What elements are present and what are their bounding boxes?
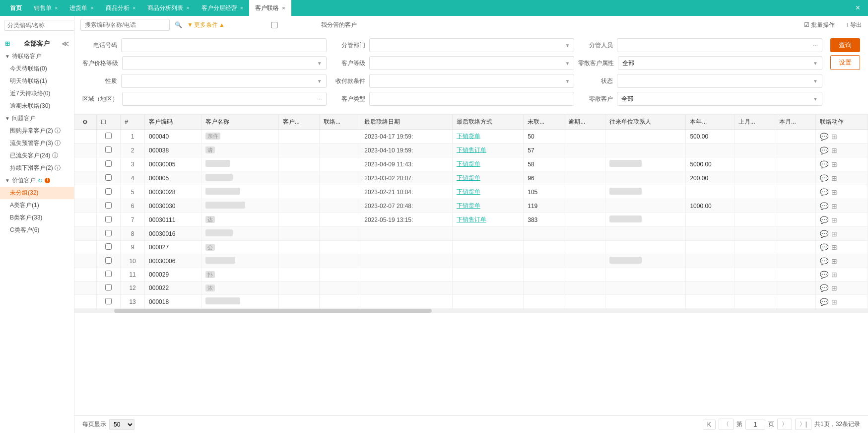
row-checkbox[interactable]: [105, 257, 112, 264]
grid-action-icon[interactable]: ⊞: [831, 146, 837, 154]
last-method-cell[interactable]: 下销售订单: [452, 144, 523, 157]
close-icon[interactable]: ×: [186, 5, 189, 11]
last-method-cell[interactable]: [452, 227, 523, 241]
sidebar-item-declining[interactable]: 持续下滑客户(2) ⓘ: [0, 162, 74, 174]
close-icon[interactable]: ×: [282, 5, 285, 11]
next-page-button[interactable]: 〉: [777, 419, 792, 430]
sidebar-item-churn-warn[interactable]: 流失预警客户(3) ⓘ: [0, 137, 74, 149]
grid-action-icon[interactable]: ⊞: [831, 298, 837, 306]
check-cell[interactable]: [96, 130, 120, 144]
row-checkbox[interactable]: [105, 298, 112, 304]
check-cell[interactable]: [96, 254, 120, 268]
chat-icon[interactable]: 💬: [820, 271, 828, 279]
batch-operation-button[interactable]: ☑ 批量操作: [804, 21, 835, 29]
nav-product-analysis-list[interactable]: 商品分析列表 ×: [141, 0, 195, 16]
filter-phone-input[interactable]: [121, 38, 327, 52]
grid-action-icon[interactable]: ⊞: [831, 174, 837, 182]
filter-status-select[interactable]: ▼: [617, 74, 822, 88]
settings-cell[interactable]: [74, 268, 96, 282]
chat-icon[interactable]: 💬: [820, 230, 828, 238]
check-cell[interactable]: [96, 241, 120, 254]
search-button[interactable]: 🔍: [175, 21, 182, 28]
chat-icon[interactable]: 💬: [820, 257, 828, 265]
settings-cell[interactable]: [74, 171, 96, 185]
settings-cell[interactable]: [74, 185, 96, 199]
chat-icon[interactable]: 💬: [820, 243, 828, 251]
last-month-column-header[interactable]: 上月...: [734, 115, 775, 130]
check-cell[interactable]: [96, 144, 120, 157]
row-checkbox[interactable]: [105, 230, 112, 236]
row-checkbox[interactable]: [105, 284, 112, 290]
search-input[interactable]: [80, 19, 170, 31]
row-checkbox[interactable]: [105, 160, 112, 167]
prev-page-button[interactable]: 〈: [719, 419, 734, 430]
last-method-cell[interactable]: [452, 254, 523, 268]
grid-action-icon[interactable]: ⊞: [831, 160, 837, 168]
grid-action-icon[interactable]: ⊞: [831, 133, 837, 141]
chat-icon[interactable]: 💬: [820, 202, 828, 210]
year-amount-column-header[interactable]: 本年...: [686, 115, 734, 130]
contact-column-header[interactable]: 联络...: [320, 115, 360, 130]
settings-cell[interactable]: [74, 130, 96, 144]
filter-payment-select[interactable]: ▼: [369, 74, 575, 88]
last-method-cell[interactable]: [452, 282, 523, 295]
sidebar-item-class-a[interactable]: A类客户(1): [0, 199, 74, 212]
chat-icon[interactable]: 💬: [820, 216, 828, 224]
nav-customer-contact[interactable]: 客户联络 ×: [249, 0, 291, 16]
sidebar-item-tomorrow[interactable]: 明天待联络(1): [0, 75, 74, 87]
row-checkbox[interactable]: [105, 188, 112, 195]
close-icon[interactable]: ×: [55, 5, 58, 11]
filter-price-level-select[interactable]: ▼: [122, 56, 327, 70]
type-column-header[interactable]: 客户...: [278, 115, 319, 130]
last-method-cell[interactable]: [452, 295, 523, 309]
chat-icon[interactable]: 💬: [820, 188, 828, 196]
sidebar-item-class-b[interactable]: B类客户(33): [0, 212, 74, 224]
chat-icon[interactable]: 💬: [820, 298, 828, 306]
code-column-header[interactable]: 客户编码: [145, 115, 201, 130]
grid-action-icon[interactable]: ⊞: [831, 202, 837, 210]
check-cell[interactable]: [96, 185, 120, 199]
sidebar-item-ungrouped[interactable]: 未分组(32): [0, 187, 74, 199]
nav-home[interactable]: 首页: [4, 0, 28, 16]
chat-icon[interactable]: 💬: [820, 174, 828, 182]
last-method-cell[interactable]: [452, 268, 523, 282]
more-conditions-button[interactable]: ▼ 更多条件 ▲: [187, 21, 225, 29]
grid-action-icon[interactable]: ⊞: [831, 188, 837, 196]
contact-person-column-header[interactable]: 往来单位联系人: [605, 115, 686, 130]
nav-customer-tier[interactable]: 客户分层经营 ×: [196, 0, 249, 16]
filter-customer-level-select[interactable]: ▼: [369, 56, 575, 70]
settings-cell[interactable]: [74, 213, 96, 227]
chat-icon[interactable]: 💬: [820, 133, 828, 141]
filter-manager-input[interactable]: ···: [617, 38, 822, 52]
nav-sales[interactable]: 销售单 ×: [28, 0, 64, 16]
check-cell[interactable]: [96, 199, 120, 213]
close-icon[interactable]: ×: [240, 5, 243, 11]
row-checkbox[interactable]: [105, 174, 112, 181]
filter-retail-attr-select[interactable]: 全部 ▼: [618, 56, 822, 70]
row-checkbox[interactable]: [105, 202, 112, 209]
row-checkbox[interactable]: [105, 271, 112, 277]
settings-cell[interactable]: [74, 282, 96, 295]
settings-cell[interactable]: [74, 295, 96, 309]
check-cell[interactable]: [96, 282, 120, 295]
check-cell[interactable]: [96, 268, 120, 282]
first-page-button[interactable]: K: [703, 420, 716, 430]
last-date-column-header[interactable]: 最后联络日期: [360, 115, 452, 130]
settings-cell[interactable]: [74, 241, 96, 254]
export-button[interactable]: ↑ 导出: [846, 21, 862, 29]
sidebar-item-today[interactable]: 今天待联络(0): [0, 63, 74, 75]
check-column-header[interactable]: ☐: [96, 115, 120, 130]
settings-cell[interactable]: [74, 199, 96, 213]
grid-action-icon[interactable]: ⊞: [831, 257, 837, 265]
chat-icon[interactable]: 💬: [820, 146, 828, 154]
sidebar-item-overdue[interactable]: 逾期未联络(30): [0, 100, 74, 112]
grid-action-icon[interactable]: ⊞: [831, 284, 837, 292]
filter-region-input[interactable]: ···: [122, 92, 327, 106]
last-method-cell[interactable]: 下销货单: [452, 130, 523, 144]
this-month-column-header[interactable]: 本月...: [775, 115, 815, 130]
name-column-header[interactable]: 客户名称: [201, 115, 278, 130]
sidebar-search-input[interactable]: [4, 20, 74, 31]
filter-department-select[interactable]: ▼: [369, 38, 575, 52]
grid-action-icon[interactable]: ⊞: [831, 271, 837, 279]
chat-icon[interactable]: 💬: [820, 284, 828, 292]
